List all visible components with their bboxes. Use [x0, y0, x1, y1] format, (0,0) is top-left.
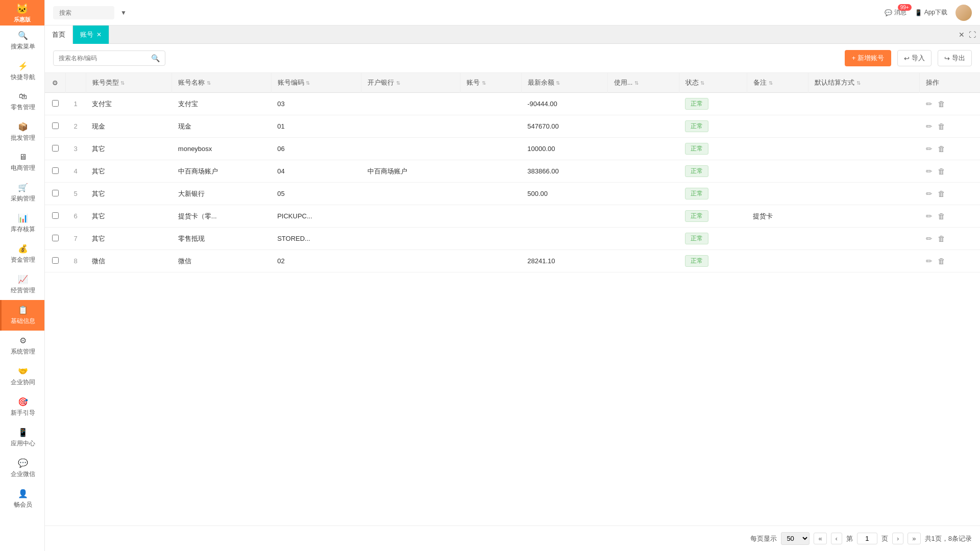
cell-checkbox[interactable]	[45, 115, 65, 138]
cell-checkbox[interactable]	[45, 183, 65, 205]
delete-button-1[interactable]: 🗑	[938, 122, 945, 131]
avatar[interactable]	[955, 5, 972, 21]
row-checkbox-1[interactable]	[52, 122, 59, 129]
tab-accounts[interactable]: 账号 ✕	[73, 26, 109, 44]
sidebar-item-inventory[interactable]: 📊 库存核算	[0, 208, 44, 239]
app-download-label: App下载	[924, 8, 947, 17]
sidebar-item-search[interactable]: 🔍 搜索菜单	[0, 26, 44, 56]
cell-default-settlement-5	[808, 205, 919, 228]
sidebar-label-guide: 新手引导	[11, 409, 35, 417]
add-account-button[interactable]: + 新增账号	[845, 50, 891, 66]
row-checkbox-0[interactable]	[52, 100, 59, 107]
th-type[interactable]: 账号类型 ⇅	[86, 73, 172, 93]
close-window-icon[interactable]: ✕	[959, 31, 965, 39]
cell-checkbox[interactable]	[45, 138, 65, 160]
cell-type-1: 现金	[86, 115, 172, 138]
row-checkbox-4[interactable]	[52, 190, 59, 196]
search-input[interactable]	[54, 52, 146, 65]
cell-checkbox[interactable]	[45, 250, 65, 272]
cell-checkbox[interactable]	[45, 205, 65, 228]
edit-button-5[interactable]: ✏	[926, 212, 933, 221]
first-page-button[interactable]: «	[814, 533, 826, 544]
th-account[interactable]: 账号 ⇅	[460, 73, 521, 93]
sidebar-item-guide[interactable]: 🎯 新手引导	[0, 392, 44, 422]
cell-account-1	[460, 115, 521, 138]
delete-button-0[interactable]: 🗑	[938, 99, 945, 108]
cell-name-1: 现金	[172, 115, 271, 138]
logo-icon: 🐱	[16, 3, 29, 15]
delete-button-4[interactable]: 🗑	[938, 189, 945, 198]
sidebar-item-membership[interactable]: 👤 畅会员	[0, 484, 44, 514]
sidebar-item-basic_info[interactable]: 📋 基础信息	[0, 300, 44, 331]
cell-checkbox[interactable]	[45, 228, 65, 250]
export-label: 导出	[952, 54, 965, 63]
delete-button-3[interactable]: 🗑	[938, 167, 945, 176]
dropdown-button[interactable]: ▼	[120, 9, 127, 16]
table-row: 5 其它 大新银行 05 500.00 正常 ✏ 🗑	[45, 183, 980, 205]
cell-code-3: 04	[271, 160, 361, 183]
cell-usage-5	[607, 205, 679, 228]
row-checkbox-6[interactable]	[52, 235, 59, 241]
cell-checkbox[interactable]	[45, 93, 65, 115]
edit-button-4[interactable]: ✏	[926, 189, 933, 198]
sidebar-item-agreement[interactable]: 🤝 企业协同	[0, 361, 44, 392]
cell-checkbox[interactable]	[45, 160, 65, 183]
th-code[interactable]: 账号编码 ⇅	[271, 73, 361, 93]
sidebar-label-search: 搜索菜单	[11, 42, 35, 51]
last-page-button[interactable]: »	[908, 533, 920, 544]
th-usage[interactable]: 使用... ⇅	[607, 73, 679, 93]
row-checkbox-2[interactable]	[52, 145, 59, 152]
th-settings[interactable]: ⚙	[45, 73, 65, 93]
sidebar-item-purchase[interactable]: 🛒 采购管理	[0, 178, 44, 208]
th-status[interactable]: 状态 ⇅	[679, 73, 747, 93]
search-button[interactable]: 🔍	[146, 51, 165, 65]
app-download-button[interactable]: 📱 App下载	[915, 8, 947, 17]
sidebar-item-shortcut[interactable]: ⚡ 快捷导航	[0, 56, 44, 87]
row-checkbox-7[interactable]	[52, 257, 59, 264]
edit-button-1[interactable]: ✏	[926, 122, 933, 131]
th-remark[interactable]: 备注 ⇅	[747, 73, 808, 93]
wholesale-icon: 📦	[18, 122, 28, 132]
th-balance[interactable]: 最新余额 ⇅	[521, 73, 607, 93]
th-name[interactable]: 账号名称 ⇅	[172, 73, 271, 93]
top-search-input[interactable]	[53, 6, 114, 19]
th-default-settlement[interactable]: 默认结算方式 ⇅	[808, 73, 919, 93]
edit-button-7[interactable]: ✏	[926, 257, 933, 266]
import-button[interactable]: ↩ 导入	[897, 50, 932, 66]
th-bank[interactable]: 开户银行 ⇅	[361, 73, 460, 93]
edit-button-6[interactable]: ✏	[926, 234, 933, 243]
sidebar-item-wholesale[interactable]: 📦 批发管理	[0, 117, 44, 147]
tab-accounts-close[interactable]: ✕	[96, 31, 102, 38]
main-content: ▼ 💬 消息 99+ 📱 App下载 首页 账号 ✕ ✕ ⛶	[45, 0, 980, 551]
sidebar-item-wechat[interactable]: 💬 企业微信	[0, 453, 44, 484]
sidebar-item-operations[interactable]: 📈 经营管理	[0, 269, 44, 300]
guide-icon: 🎯	[18, 397, 28, 407]
edit-button-2[interactable]: ✏	[926, 144, 933, 154]
tab-home[interactable]: 首页	[45, 26, 73, 44]
prev-page-button[interactable]: ‹	[831, 533, 842, 544]
sidebar-item-system[interactable]: ⚙ 系统管理	[0, 331, 44, 361]
status-badge-4: 正常	[685, 188, 708, 199]
sidebar-item-ecommerce[interactable]: 🖥 电商管理	[0, 147, 44, 178]
row-checkbox-3[interactable]	[52, 167, 59, 174]
sidebar-item-finance[interactable]: 💰 资金管理	[0, 239, 44, 269]
next-page-button[interactable]: ›	[892, 533, 903, 544]
maximize-window-icon[interactable]: ⛶	[969, 31, 976, 39]
sidebar: 🐱 乐惠版 🔍 搜索菜单 ⚡ 快捷导航 🛍 零售管理 📦 批发管理 🖥 电商管理…	[0, 0, 45, 551]
delete-button-6[interactable]: 🗑	[938, 234, 945, 243]
message-button[interactable]: 💬 消息 99+	[885, 8, 906, 17]
toolbar: 🔍 + 新增账号 ↩ 导入 ↪ 导出	[45, 44, 980, 73]
page-size-select[interactable]: 50 100 200	[781, 532, 810, 545]
cell-type-6: 其它	[86, 228, 172, 250]
delete-button-5[interactable]: 🗑	[938, 212, 945, 220]
sidebar-item-retail[interactable]: 🛍 零售管理	[0, 87, 44, 117]
edit-button-3[interactable]: ✏	[926, 167, 933, 176]
message-badge: 99+	[898, 4, 912, 11]
sidebar-item-app_center[interactable]: 📱 应用中心	[0, 422, 44, 453]
export-button[interactable]: ↪ 导出	[938, 50, 972, 66]
row-checkbox-5[interactable]	[52, 212, 59, 219]
page-input[interactable]	[857, 533, 877, 544]
edit-button-0[interactable]: ✏	[926, 99, 933, 109]
delete-button-7[interactable]: 🗑	[938, 257, 945, 265]
delete-button-2[interactable]: 🗑	[938, 144, 945, 153]
